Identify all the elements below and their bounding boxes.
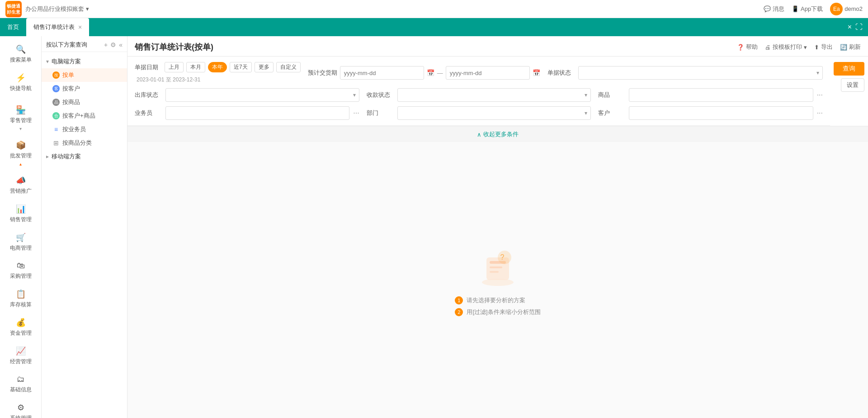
svg-rect-4 xyxy=(490,271,499,273)
date-btn-this-year[interactable]: 本年 xyxy=(208,62,227,72)
date-range-display: 2023-01-01 至 2023-12-31 xyxy=(135,76,200,84)
collapse-arrow-icon: ∧ xyxy=(477,131,481,138)
expected-date-start-input[interactable] xyxy=(340,66,424,80)
tree-item-by-category[interactable]: ⊞ 按商品分类 xyxy=(42,136,127,150)
ecommerce-icon: 🛒 xyxy=(16,233,26,242)
app-logo: 畅捷通 好生意 xyxy=(5,1,22,17)
tree-group-pc-header[interactable]: ▾ 电脑端方案 xyxy=(42,55,127,68)
sidebar-item-wholesale[interactable]: 📦 批发管理 ▴ xyxy=(0,136,41,171)
expected-date-end-input[interactable] xyxy=(446,66,530,80)
delivery-status-select[interactable] xyxy=(165,88,359,102)
refresh-icon: 🔄 xyxy=(840,44,847,51)
calendar-start-icon[interactable]: 📅 xyxy=(427,69,434,76)
by-customer-label: 按客户 xyxy=(62,85,80,93)
refresh-button[interactable]: 🔄 刷新 xyxy=(840,43,861,51)
sidebar-item-quicknav[interactable]: ⚡ 快捷导航 xyxy=(0,68,41,97)
order-status-group: 单据状态 ▾ xyxy=(547,66,823,80)
sidebar-item-search[interactable]: 🔍 搜索菜单 xyxy=(0,40,41,68)
date-btn-last-month[interactable]: 上月 xyxy=(165,62,184,72)
left-panel: 按以下方案查询 + ⚙ « ▾ 电脑端方案 按 按单 客 按客户 xyxy=(42,36,127,418)
collapse-bar[interactable]: ∧ 收起更多条件 xyxy=(127,126,868,142)
filter-row-1: 单据日期 上月 本月 本年 近7天 更多 自定义 2023-01-01 至 20… xyxy=(135,62,823,84)
tree-item-by-product[interactable]: 品 按商品 xyxy=(42,95,127,109)
query-button[interactable]: 查询 xyxy=(834,62,864,76)
sidebar-item-basic[interactable]: 🗂 基础信息 xyxy=(0,370,41,398)
receipt-status-group: 收款状态 ▾ xyxy=(367,88,591,102)
department-select[interactable] xyxy=(397,106,591,120)
salesperson-filter-input[interactable] xyxy=(165,106,349,120)
calendar-end-icon[interactable]: 📅 xyxy=(533,69,540,76)
tab-home[interactable]: 首页 xyxy=(0,18,26,36)
app-title-dropdown[interactable]: 办公用品行业模拟账套 ▾ xyxy=(25,5,89,13)
sidebar-item-finance[interactable]: 💰 资金管理 xyxy=(0,313,41,342)
sidebar-item-inventory[interactable]: 📋 库存核算 xyxy=(0,285,41,313)
date-btn-this-month[interactable]: 本月 xyxy=(186,62,205,72)
add-scheme-button[interactable]: + xyxy=(104,41,108,48)
main-layout: 🔍 搜索菜单 ⚡ 快捷导航 🏪 零售管理 ▾ 📦 批发管理 ▴ 📣 营销推广 📊… xyxy=(0,36,868,418)
product-more-icon[interactable]: ··· xyxy=(817,91,823,99)
top-bar: 畅捷通 好生意 办公用品行业模拟账套 ▾ 💬 消息 📱 App下载 Ea dem… xyxy=(0,0,868,18)
department-filter-group: 部门 ▾ xyxy=(367,106,591,120)
product-filter-input[interactable] xyxy=(629,88,813,102)
customer-filter-label: 客户 xyxy=(598,109,625,117)
template-print-button[interactable]: 🖨 按模板打印 ▾ xyxy=(765,43,807,51)
date-btn-last7days[interactable]: 近7天 xyxy=(230,62,252,72)
tree-group-mobile-header[interactable]: ▸ 移动端方案 xyxy=(42,150,127,163)
tree-item-by-customer-product[interactable]: 合 按客户+商品 xyxy=(42,109,127,123)
department-filter-label: 部门 xyxy=(367,109,394,117)
sidebar-item-ecommerce[interactable]: 🛒 电商管理 xyxy=(0,228,41,256)
sidebar-item-purchase[interactable]: 🛍 采购管理 xyxy=(0,256,41,285)
customer-more-icon[interactable]: ··· xyxy=(817,109,823,117)
by-order-icon: 按 xyxy=(52,71,60,79)
date-btn-more[interactable]: 更多 xyxy=(255,62,274,72)
by-order-label: 按单 xyxy=(62,71,74,79)
filter-and-actions-wrapper: 单据日期 上月 本月 本年 近7天 更多 自定义 2023-01-01 至 20… xyxy=(127,57,868,126)
tree-item-by-salesperson[interactable]: ≡ 按业务员 xyxy=(42,123,127,136)
sidebar-item-sales[interactable]: 📊 销售管理 xyxy=(0,200,41,228)
date-filter-group: 单据日期 上月 本月 本年 近7天 更多 自定义 2023-01-01 至 20… xyxy=(135,62,301,84)
user-avatar[interactable]: Ea demo2 xyxy=(830,3,863,15)
export-button[interactable]: ⬆ 导出 xyxy=(814,43,833,51)
basic-icon: 🗂 xyxy=(17,375,25,384)
by-customer-product-label: 按客户+商品 xyxy=(62,112,95,120)
message-button[interactable]: 💬 消息 xyxy=(764,5,784,13)
svg-text:?: ? xyxy=(500,253,505,261)
sidebar-item-system[interactable]: ⚙ 系统管理 xyxy=(0,398,41,418)
header-actions: ❓ 帮助 🖨 按模板打印 ▾ ⬆ 导出 🔄 刷新 xyxy=(737,43,861,51)
settings-scheme-button[interactable]: ⚙ xyxy=(110,41,116,48)
tree-item-by-order[interactable]: 按 按单 xyxy=(42,68,127,82)
customer-filter-group: 客户 ··· xyxy=(598,106,823,120)
collapse-panel-button[interactable]: « xyxy=(119,41,123,48)
salesperson-filter-group: 业务员 ··· xyxy=(135,106,359,120)
salesperson-more-icon[interactable]: ··· xyxy=(353,109,359,117)
tree-group-mobile-arrow-icon: ▸ xyxy=(46,153,49,160)
receipt-status-select[interactable] xyxy=(397,88,591,102)
window-max-button[interactable]: ⛶ xyxy=(855,23,863,31)
print-icon: 🖨 xyxy=(765,44,771,51)
help-button[interactable]: ❓ 帮助 xyxy=(737,43,758,51)
quicknav-icon: ⚡ xyxy=(16,73,26,83)
app-download-button[interactable]: 📱 App下载 xyxy=(792,5,823,13)
sidebar-item-retail[interactable]: 🏪 零售管理 ▾ xyxy=(0,100,41,136)
by-category-icon: ⊞ xyxy=(52,139,60,147)
tab-close-icon[interactable]: × xyxy=(78,24,82,31)
order-status-select[interactable] xyxy=(578,66,823,80)
sidebar-item-marketing[interactable]: 📣 营销推广 xyxy=(0,171,41,200)
content-area: 销售订单统计表(按单) ❓ 帮助 🖨 按模板打印 ▾ ⬆ 导出 🔄 刷新 xyxy=(127,36,868,418)
sidebar-item-operations[interactable]: 📈 经营管理 xyxy=(0,342,41,370)
date-btn-custom[interactable]: 自定义 xyxy=(276,62,301,72)
empty-illustration: ? xyxy=(475,244,520,289)
tree-group-arrow-icon: ▾ xyxy=(46,58,49,65)
expected-date-group: 预计交货期 📅 — 📅 xyxy=(308,66,540,80)
operations-icon: 📈 xyxy=(16,346,26,356)
right-action-panel: 查询 设置 xyxy=(830,57,868,126)
by-salesperson-label: 按业务员 xyxy=(62,125,86,133)
app-title: 办公用品行业模拟账套 xyxy=(25,5,84,13)
page-title: 销售订单统计表(按单) xyxy=(135,42,213,52)
customer-filter-input[interactable] xyxy=(629,106,813,120)
tree-item-by-customer[interactable]: 客 按客户 xyxy=(42,82,127,95)
tab-sales-order[interactable]: 销售订单统计表 × xyxy=(26,18,89,36)
settings-button[interactable]: 设置 xyxy=(841,78,864,92)
tab-bar-actions: × ⛶ xyxy=(848,23,868,31)
window-close-button[interactable]: × xyxy=(848,23,852,31)
